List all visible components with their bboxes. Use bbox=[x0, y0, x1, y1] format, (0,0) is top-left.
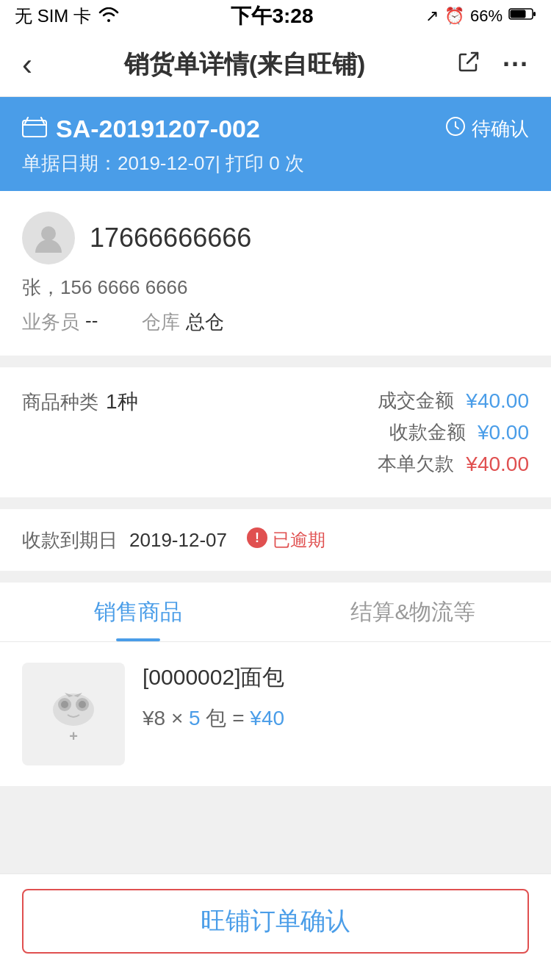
order-header-card: SA-20191207-002 待确认 单据日期：2019-12-07| 打印 … bbox=[0, 97, 551, 191]
product-quantity: 5 bbox=[189, 707, 201, 729]
receipt-amount-row: 收款金额 ¥0.00 bbox=[389, 419, 529, 445]
order-date: 单据日期：2019-12-07| 打印 0 次 bbox=[22, 151, 529, 176]
alarm-icon: ⏰ bbox=[444, 7, 464, 26]
product-image: + bbox=[22, 663, 125, 765]
overdue-icon: ! bbox=[246, 527, 268, 553]
svg-text:!: ! bbox=[255, 530, 259, 545]
status-bar-left: 无 SIM 卡 bbox=[15, 4, 119, 28]
status-text: 待确认 bbox=[472, 116, 529, 142]
customer-header: 17666666666 bbox=[22, 212, 529, 264]
overdue-text: 已逾期 bbox=[273, 528, 325, 552]
receipt-amount-label: 收款金额 bbox=[389, 419, 466, 445]
debt-label: 本单欠款 bbox=[378, 451, 454, 477]
svg-rect-2 bbox=[533, 12, 536, 16]
due-section: 收款到期日 2019-12-07 ! 已逾期 bbox=[0, 509, 551, 571]
product-total: ¥40 bbox=[250, 707, 284, 729]
product-type-info: 商品种类 1种 bbox=[22, 388, 138, 416]
battery-icon bbox=[508, 7, 536, 26]
order-id: SA-20191207-002 bbox=[22, 115, 260, 143]
deal-amount-row: 成交金额 ¥40.00 bbox=[378, 388, 529, 414]
avatar bbox=[22, 212, 75, 264]
more-button[interactable]: ··· bbox=[503, 49, 529, 80]
product-type-label: 商品种类 bbox=[22, 389, 98, 415]
status-clock-icon bbox=[445, 116, 466, 142]
nav-actions: ··· bbox=[457, 49, 529, 80]
due-label: 收款到期日 bbox=[22, 527, 118, 553]
deal-amount-value: ¥40.00 bbox=[466, 389, 529, 413]
tab-settlement[interactable]: 结算&物流等 bbox=[276, 583, 551, 641]
warehouse-value: 总仓 bbox=[186, 309, 224, 335]
battery-text: 66% bbox=[470, 7, 503, 26]
salesperson-info: 业务员 -- bbox=[22, 309, 98, 335]
summary-section: 商品种类 1种 成交金额 ¥40.00 收款金额 ¥0.00 本单欠款 ¥40.… bbox=[0, 367, 551, 497]
warehouse-info: 仓库 总仓 bbox=[142, 309, 224, 335]
order-icon bbox=[22, 115, 47, 143]
wifi-icon bbox=[98, 6, 119, 26]
order-status: 待确认 bbox=[445, 116, 529, 142]
overdue-badge: ! 已逾期 bbox=[246, 527, 325, 553]
page-title: 销货单详情(来自旺铺) bbox=[124, 48, 366, 82]
status-bar-time: 下午3:28 bbox=[231, 2, 313, 30]
due-date: 2019-12-07 bbox=[129, 529, 227, 552]
debt-row: 本单欠款 ¥40.00 bbox=[378, 451, 529, 477]
product-item: + [0000002]面包 ¥8 × 5 包 = ¥40 bbox=[0, 642, 551, 786]
svg-point-12 bbox=[79, 701, 86, 708]
customer-phone: 17666666666 bbox=[90, 223, 251, 253]
svg-point-5 bbox=[41, 226, 56, 241]
confirm-order-button[interactable]: 旺铺订单确认 bbox=[22, 889, 529, 954]
main-content: SA-20191207-002 待确认 单据日期：2019-12-07| 打印 … bbox=[0, 97, 551, 980]
debt-value: ¥40.00 bbox=[466, 453, 529, 476]
tabs-section: 销售商品 结算&物流等 bbox=[0, 583, 551, 642]
status-bar: 无 SIM 卡 下午3:28 ↗ ⏰ 66% bbox=[0, 0, 551, 32]
product-price: ¥8 × 5 包 = ¥40 bbox=[143, 705, 529, 732]
bottom-section: 旺铺订单确认 bbox=[0, 873, 551, 980]
customer-name: 张，156 6666 6666 bbox=[22, 275, 529, 300]
deal-amount-label: 成交金额 bbox=[378, 388, 454, 414]
product-type-value: 1种 bbox=[106, 388, 138, 416]
svg-point-8 bbox=[53, 693, 94, 726]
svg-rect-3 bbox=[23, 120, 46, 137]
product-name: [0000002]面包 bbox=[143, 663, 529, 693]
customer-section: 17666666666 张，156 6666 6666 业务员 -- 仓库 总仓 bbox=[0, 191, 551, 356]
amount-info: 成交金额 ¥40.00 收款金额 ¥0.00 本单欠款 ¥40.00 bbox=[378, 388, 529, 477]
back-button[interactable]: ‹ bbox=[22, 47, 32, 82]
warehouse-label: 仓库 bbox=[142, 309, 180, 335]
salesperson-value: -- bbox=[85, 309, 98, 335]
status-bar-right: ↗ ⏰ 66% bbox=[425, 7, 536, 26]
direction-icon: ↗ bbox=[425, 7, 439, 26]
customer-meta: 业务员 -- 仓库 总仓 bbox=[22, 309, 529, 335]
tab-sales-product[interactable]: 销售商品 bbox=[0, 583, 276, 641]
no-sim-text: 无 SIM 卡 bbox=[15, 4, 91, 28]
receipt-amount-value: ¥0.00 bbox=[478, 421, 529, 444]
svg-rect-1 bbox=[510, 10, 525, 18]
share-button[interactable] bbox=[457, 50, 480, 79]
product-info: [0000002]面包 ¥8 × 5 包 = ¥40 bbox=[143, 663, 529, 732]
nav-bar: ‹ 销货单详情(来自旺铺) ··· bbox=[0, 32, 551, 97]
svg-point-11 bbox=[61, 701, 68, 708]
order-header-top: SA-20191207-002 待确认 bbox=[22, 115, 529, 143]
salesperson-label: 业务员 bbox=[22, 309, 79, 335]
